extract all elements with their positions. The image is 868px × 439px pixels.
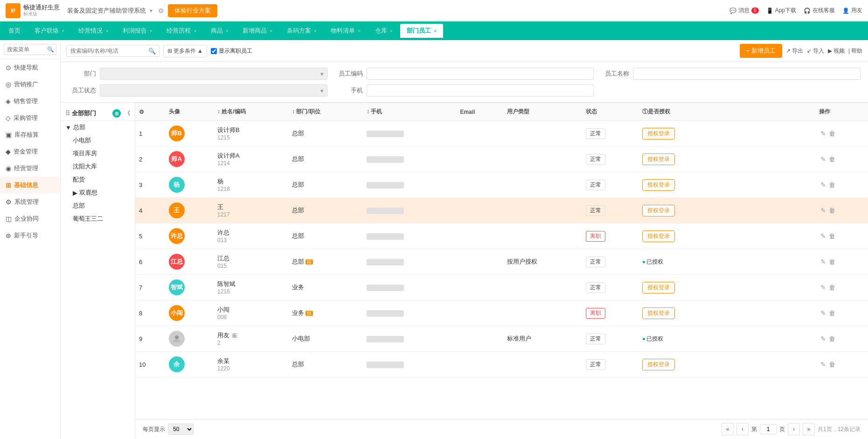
nav-tab-仓库[interactable]: 仓库×	[368, 24, 399, 38]
last-page-btn[interactable]: »	[803, 423, 815, 435]
delete-icon[interactable]: 🗑	[829, 284, 835, 291]
th-settings[interactable]: ⚙	[135, 103, 165, 121]
edit-icon[interactable]: ✎	[820, 181, 826, 188]
close-tab-icon[interactable]: ×	[62, 28, 64, 34]
nav-tab-首页[interactable]: 首页	[2, 24, 27, 38]
online-service-btn[interactable]: 🎧 在线客服	[804, 7, 835, 14]
next-page-btn[interactable]: ›	[788, 423, 800, 435]
trial-btn[interactable]: 体验行业方案	[168, 4, 217, 17]
nav-tab-新增商品[interactable]: 新增商品×	[236, 24, 279, 38]
dept-node-head2[interactable]: 总部	[68, 199, 135, 212]
edit-icon[interactable]: ✎	[820, 361, 826, 368]
delete-icon[interactable]: 🗑	[829, 181, 835, 188]
sidebar-item-purchase[interactable]: ◇采购管理	[0, 110, 60, 126]
nav-tab-商品[interactable]: 商品×	[204, 24, 235, 38]
view-btn[interactable]: ▶ 视频	[828, 47, 845, 55]
auth-btn[interactable]: 授权登录	[642, 179, 675, 191]
edit-icon[interactable]: ✎	[820, 284, 826, 291]
close-tab-icon[interactable]: ×	[194, 28, 196, 34]
employee-search-input[interactable]	[66, 45, 160, 57]
delete-icon[interactable]: 🗑	[829, 130, 835, 137]
add-employee-btn[interactable]: + 新增员工	[740, 44, 782, 58]
edit-icon[interactable]: ✎	[820, 130, 826, 137]
dept-node-shipping[interactable]: 配货	[68, 173, 135, 186]
sidebar-item-sales[interactable]: ◈销售管理	[0, 93, 60, 110]
nav-tab-客户联络[interactable]: 客户联络×	[28, 24, 71, 38]
first-page-btn[interactable]: «	[722, 423, 734, 435]
nav-tab-利润报告[interactable]: 利润报告×	[116, 24, 159, 38]
dept-node-small-elec[interactable]: 小电部	[68, 134, 135, 147]
page-input[interactable]	[760, 424, 777, 434]
sidebar-item-finance[interactable]: ◆资金管理	[0, 143, 60, 160]
sidebar-item-inventory[interactable]: ▣库存核算	[0, 126, 60, 143]
show-resign-checkbox[interactable]	[211, 48, 217, 54]
th-name[interactable]: ↕ 姓名/编码	[214, 103, 288, 121]
edit-icon[interactable]: ✎	[820, 207, 826, 214]
nav-tab-经营历程[interactable]: 经营历程×	[160, 24, 203, 38]
edit-icon[interactable]: ✎	[820, 335, 826, 342]
close-tab-icon[interactable]: ×	[358, 28, 361, 34]
auth-btn[interactable]: 授权登录	[642, 282, 675, 293]
close-tab-icon[interactable]: ×	[150, 28, 153, 34]
close-tab-icon[interactable]: ×	[105, 28, 108, 34]
close-tab-icon[interactable]: ×	[226, 28, 229, 34]
edit-icon[interactable]: ✎	[820, 155, 826, 163]
phone-input[interactable]	[367, 84, 594, 97]
dept-node-head[interactable]: ▼ 总部	[61, 121, 135, 134]
import-btn[interactable]: ↙ 导入	[807, 47, 824, 55]
auth-btn[interactable]: 授权登录	[642, 153, 675, 165]
delete-icon[interactable]: 🗑	[829, 207, 835, 214]
edit-icon[interactable]: ✎	[820, 309, 826, 317]
sidebar-item-basic[interactable]: ⊞基础信息	[0, 177, 60, 194]
dropdown-arrow[interactable]: ▾	[150, 7, 153, 14]
sidebar-item-enterprise[interactable]: ◫企业协同	[0, 210, 60, 227]
edit-icon[interactable]: ✎	[820, 232, 826, 240]
prev-page-btn[interactable]: ‹	[736, 423, 749, 435]
dept-all-label[interactable]: 全部部门	[72, 109, 96, 118]
auth-btn[interactable]: 授权登录	[642, 230, 675, 242]
sidebar-item-operation[interactable]: ◉经营管理	[0, 160, 60, 177]
sidebar-item-marketing[interactable]: ◎营销推广	[0, 76, 60, 93]
emp-code-input[interactable]	[367, 68, 594, 80]
status-select[interactable]	[100, 84, 327, 97]
auth-btn[interactable]: 授权登录	[642, 205, 675, 216]
page-size-select[interactable]: 50 100 200	[168, 424, 194, 435]
nav-tab-条码方案[interactable]: 条码方案×	[280, 24, 323, 38]
close-tab-icon[interactable]: ×	[434, 28, 437, 34]
settings-icon[interactable]: ⚙	[158, 7, 164, 14]
dept-collapse-btn[interactable]: ⊞	[112, 109, 121, 118]
dept-node-project[interactable]: 项目库房	[68, 147, 135, 160]
th-dept[interactable]: ↕ 部门/职位	[288, 103, 363, 121]
help-btn[interactable]: | 帮助	[848, 47, 862, 55]
edit-icon[interactable]: ✎	[820, 258, 826, 265]
sidebar-item-guide[interactable]: ⊛新手引导	[0, 227, 60, 244]
delete-icon[interactable]: 🗑	[829, 155, 835, 163]
delete-icon[interactable]: 🗑	[829, 232, 835, 240]
app-download-btn[interactable]: 📱 App下载	[766, 7, 796, 14]
nav-tab-经营情况[interactable]: 经营情况×	[72, 24, 115, 38]
dept-node-dual[interactable]: ▶ 双鹿想	[68, 186, 135, 199]
show-resign-label[interactable]: 显示离职员工	[211, 47, 252, 55]
user-btn[interactable]: 👤 用友	[842, 7, 862, 14]
delete-icon[interactable]: 🗑	[829, 361, 835, 368]
th-phone[interactable]: ↕ 手机	[363, 103, 456, 121]
msg-btn[interactable]: 💬 消息 6	[729, 7, 759, 14]
close-tab-icon[interactable]: ×	[314, 28, 317, 34]
dept-node-shenyang[interactable]: 沈阳大库	[68, 160, 135, 173]
auth-btn[interactable]: 授权登录	[642, 128, 675, 139]
close-tab-icon[interactable]: ×	[270, 28, 272, 34]
dept-tree-collapse[interactable]: 《	[125, 110, 130, 118]
auth-btn[interactable]: 授权登录	[642, 307, 675, 319]
delete-icon[interactable]: 🗑	[829, 335, 835, 342]
close-tab-icon[interactable]: ×	[390, 28, 393, 34]
delete-icon[interactable]: 🗑	[829, 309, 835, 317]
dept-node-grape[interactable]: 葡萄王三二	[68, 212, 135, 225]
sidebar-item-system[interactable]: ⚙系统管理	[0, 194, 60, 210]
more-conditions-btn[interactable]: ⊞ 更多条件 ▲	[163, 45, 207, 57]
nav-tab-部门员工[interactable]: 部门员工×	[400, 24, 443, 38]
delete-icon[interactable]: 🗑	[829, 258, 835, 265]
export-btn[interactable]: ↗ 导出	[786, 47, 803, 55]
sidebar-item-quick[interactable]: ⊙快捷导航	[0, 59, 60, 76]
emp-name-input[interactable]	[633, 68, 861, 80]
auth-btn[interactable]: 授权登录	[642, 359, 675, 370]
